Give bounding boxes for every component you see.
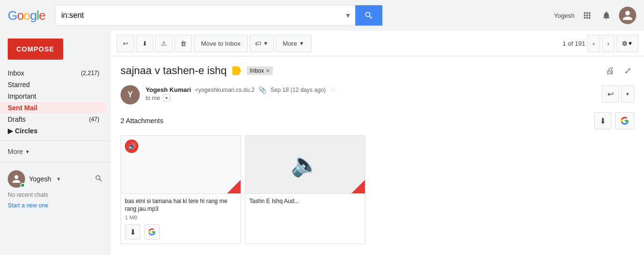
download-attachment-1[interactable]: ⬇ — [125, 224, 140, 240]
audio-icon-1: 🔊 — [125, 140, 138, 153]
attachments-grid: 🔊 bas etni si tamana hai ki tere hi rang… — [121, 135, 634, 244]
email-reply-actions: ↩ ▾ — [602, 85, 634, 102]
sidebar-item-label: Inbox — [8, 69, 24, 77]
attachment-info-1: bas etni si tamana hai ki tere hi rang m… — [121, 193, 241, 243]
page-of-total: of 191 — [568, 40, 585, 47]
sender-info: Yogesh Kumari <yogeshkumari.cs.du.2 📎 Se… — [146, 85, 596, 102]
user-name: Yogesh — [554, 12, 575, 19]
sidebar-item-label: Starred — [8, 81, 30, 89]
sidebar-divider2 — [0, 162, 111, 163]
labels-dropdown-icon: ▼ — [263, 40, 268, 46]
sidebar-item-drafts[interactable]: Drafts (47) — [0, 114, 107, 125]
sender-name: Yogesh Kumari — [146, 86, 191, 93]
to-me-dropdown[interactable]: ▾ — [163, 94, 170, 102]
sender-name-line: Yogesh Kumari <yogeshkumari.cs.du.2 📎 Se… — [146, 85, 596, 94]
inbox-badge-close[interactable]: × — [266, 67, 270, 74]
delete-button[interactable]: 🗑 — [174, 35, 192, 52]
attachments-header: 2 Attachments ⬇ — [121, 112, 634, 129]
sidebar-item-sent[interactable]: Sent Mail — [0, 102, 107, 114]
corner-fold-2 — [351, 180, 365, 193]
sidebar-item-inbox[interactable]: Inbox (2,217) — [0, 67, 107, 79]
attachment-name-2: Tashn E Ishq Aud... — [249, 198, 361, 205]
attachment-card-1: 🔊 bas etni si tamana hai ki tere hi rang… — [121, 135, 241, 244]
attachment-actions-1: ⬇ — [125, 224, 237, 240]
download-all-button[interactable]: ⬇ — [594, 112, 611, 129]
attachment-size-1: 1 MB — [125, 215, 237, 220]
sidebar-item-important[interactable]: Important — [0, 90, 107, 102]
sidebar-item-label: Sent Mail — [8, 104, 37, 112]
logo-text: Google — [8, 8, 45, 23]
content-area: ↩ ⬇ ⚠ 🗑 Move to Inbox 🏷 ▼ More ▼ 1 of 19… — [111, 31, 644, 255]
toolbar: ↩ ⬇ ⚠ 🗑 Move to Inbox 🏷 ▼ More ▼ 1 of 19… — [111, 31, 644, 56]
pagination: 1 of 191 ‹ › ⚙ ▼ — [563, 35, 638, 52]
search-input[interactable] — [55, 7, 341, 24]
expand-icon[interactable]: ⤢ — [621, 64, 634, 77]
attachment-preview-2: 🔈 — [245, 136, 365, 193]
sidebar-item-starred[interactable]: Starred — [0, 79, 107, 90]
sidebar-more[interactable]: More ▼ — [0, 145, 111, 158]
sidebar-item-count: (2,217) — [81, 70, 99, 76]
prev-page-button[interactable]: ‹ — [587, 35, 600, 52]
attachments-section: 2 Attachments ⬇ 🔊 — [121, 112, 634, 244]
bell-icon[interactable] — [600, 9, 613, 22]
attachment-preview-1: 🔊 — [121, 136, 241, 193]
next-page-button[interactable]: › — [602, 35, 615, 52]
sender-row: Y Yogesh Kumari <yogeshkumari.cs.du.2 📎 … — [121, 85, 634, 104]
email-subject-row: sajnaa v tashen-e ishq Inbox × 🖨 ⤢ — [121, 64, 634, 77]
page-current: 1 — [563, 40, 566, 47]
settings-button[interactable]: ⚙ ▼ — [617, 35, 638, 52]
sidebar-item-label: Drafts — [8, 115, 26, 123]
no-recent-chats: No recent chats — [8, 188, 103, 202]
search-dropdown-button[interactable]: ▼ — [341, 9, 355, 22]
settings-dropdown-icon: ▼ — [628, 40, 633, 46]
topbar: Google ▼ Yogesh — [0, 0, 644, 31]
print-icon[interactable]: 🖨 — [604, 64, 617, 77]
save-to-drive-button[interactable] — [615, 112, 634, 129]
chat-user-name: Yogesh — [29, 175, 51, 183]
sidebar-chat: Yogesh ▼ No recent chats Start a new one — [0, 166, 111, 213]
more-reply-button[interactable]: ▾ — [621, 85, 634, 102]
chat-user[interactable]: Yogesh ▼ — [8, 170, 103, 188]
attachments-title: 2 Attachments — [121, 117, 163, 125]
sidebar-more-label: More — [8, 148, 23, 155]
labels-button[interactable]: 🏷 ▼ — [250, 35, 274, 52]
attachment-name-1: bas etni si tamana hai ki tere hi rang m… — [125, 198, 237, 213]
archive-button[interactable]: ⬇ — [136, 35, 153, 52]
main: COMPOSE Inbox (2,217) Starred Important … — [0, 31, 644, 255]
inbox-badge-label: Inbox — [250, 67, 264, 74]
inbox-badge: Inbox × — [247, 66, 273, 75]
sidebar-item-circles[interactable]: ▶ Circles — [0, 125, 107, 137]
more-dropdown-icon: ▼ — [299, 40, 304, 46]
move-to-inbox-button[interactable]: Move to Inbox — [194, 35, 248, 52]
chat-dropdown-icon[interactable]: ▼ — [56, 176, 61, 182]
save-to-drive-1[interactable] — [144, 224, 160, 240]
attachment-buttons: ⬇ — [594, 112, 634, 129]
avatar[interactable] — [619, 7, 636, 24]
more-button[interactable]: More ▼ — [276, 35, 312, 52]
sender-email: <yogeshkumari.cs.du.2 — [195, 87, 255, 93]
start-new-chat[interactable]: Start a new one — [8, 202, 103, 209]
sidebar-item-count: (47) — [89, 116, 99, 123]
grid-icon[interactable] — [580, 9, 594, 22]
attachment-info-2: Tashn E Ishq Aud... — [245, 193, 365, 209]
online-dot — [20, 183, 25, 188]
reply-all-button[interactable]: ↩ — [117, 35, 134, 52]
to-me-label: to me — [146, 95, 160, 102]
logo: Google — [8, 8, 45, 23]
search-icon — [364, 11, 374, 20]
reply-button[interactable]: ↩ — [602, 85, 619, 102]
to-me-row: to me ▾ — [146, 94, 596, 102]
email-date: Sep 18 (12 days ago) — [270, 87, 326, 93]
corner-fold-1 — [227, 180, 241, 193]
compose-button[interactable]: COMPOSE — [8, 38, 63, 60]
attachment-card-2: 🔈 Tashn E Ishq Aud... — [245, 135, 365, 244]
chat-search-icon[interactable] — [94, 174, 103, 184]
sidebar-divider — [0, 140, 111, 141]
search-button[interactable] — [355, 5, 382, 26]
search-bar: ▼ — [55, 5, 383, 26]
spam-button[interactable]: ⚠ — [155, 35, 173, 52]
sidebar-item-label: Circles — [15, 127, 38, 135]
audio-placeholder-icon: 🔈 — [291, 151, 320, 178]
sender-avatar: Y — [121, 85, 140, 104]
star-icon[interactable]: ☆ — [330, 85, 336, 94]
